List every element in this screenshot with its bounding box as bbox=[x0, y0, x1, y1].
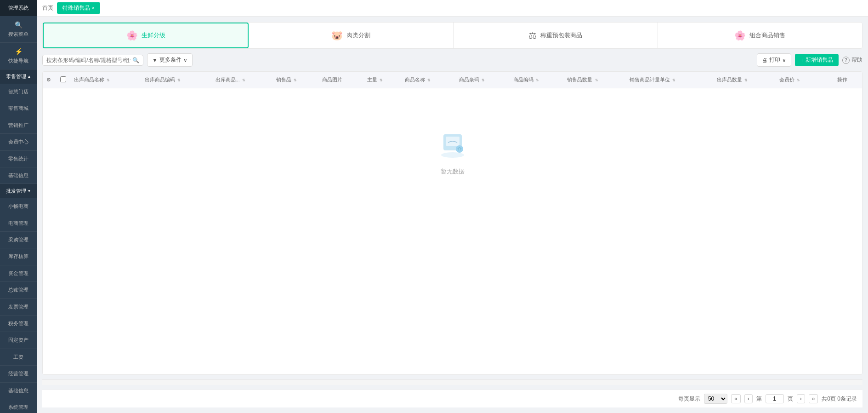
sidebar-item-ecommerce[interactable]: 电商管理 bbox=[0, 215, 37, 232]
data-table-container: ⚙ 出库商品名称 ⇅ 出库商品编码 ⇅ bbox=[42, 71, 862, 375]
sidebar-item-members[interactable]: 会员中心 bbox=[0, 134, 37, 150]
th-goods-barcode[interactable]: 商品条码 ⇅ bbox=[455, 72, 510, 88]
th-member-price[interactable]: 会员价 ⇅ bbox=[776, 72, 822, 88]
table-header-row: ⚙ 出库商品名称 ⇅ 出库商品编码 ⇅ bbox=[43, 72, 862, 88]
th-more bbox=[822, 72, 834, 88]
th-out-goods-name[interactable]: 出库商品名称 ⇅ bbox=[70, 72, 141, 88]
scale-prepack-icon: ⚖ bbox=[528, 30, 537, 41]
sidebar-item-tax[interactable]: 税务管理 bbox=[0, 315, 37, 332]
th-goods-code[interactable]: 商品编码 ⇅ bbox=[510, 72, 564, 88]
th-main-weight[interactable]: 主量 ⇅ bbox=[363, 72, 401, 88]
sort-icon: ⇅ bbox=[380, 78, 383, 82]
filter-button[interactable]: ▼ 更多条件 ∨ bbox=[147, 53, 193, 67]
sidebar-item-purchase[interactable]: 采购管理 bbox=[0, 232, 37, 248]
search-input[interactable] bbox=[46, 57, 130, 63]
sidebar-item-retail-stats[interactable]: 零售统计 bbox=[0, 151, 37, 167]
filter-label: 更多条件 bbox=[159, 56, 182, 64]
empty-state: 暂无数据 bbox=[43, 88, 862, 212]
sidebar-item-invoice[interactable]: 发票管理 bbox=[0, 299, 37, 315]
filter-arrow-icon: ∨ bbox=[183, 57, 187, 63]
main-content: 首页 特殊销售品 × 🌸 生鲜分级 🐷 肉类分割 ⚖ 称重预包装商品 bbox=[37, 0, 868, 413]
page-number-input[interactable] bbox=[766, 394, 784, 403]
sort-icon: ⇅ bbox=[294, 78, 297, 82]
print-label: 打印 bbox=[769, 56, 780, 64]
tab-scale-prepack[interactable]: ⚖ 称重预包装商品 bbox=[454, 23, 658, 48]
th-sales-goods[interactable]: 销售品 ⇅ bbox=[272, 72, 318, 88]
th-sales-unit[interactable]: 销售商品计量单位 ⇅ bbox=[626, 72, 713, 88]
toolbar: 🔍 ▼ 更多条件 ∨ 🖨 打印 ∨ + 新增销售品 ? 帮助 bbox=[42, 53, 862, 67]
sidebar-item-micro-store[interactable]: 小畅电商 bbox=[0, 198, 37, 215]
empty-icon bbox=[434, 125, 471, 162]
sort-icon: ⇅ bbox=[744, 78, 748, 82]
prev-page-button[interactable]: ‹ bbox=[744, 394, 753, 403]
close-tab-button[interactable]: × bbox=[92, 6, 95, 11]
wholesale-arrow-icon: ▼ bbox=[28, 189, 31, 193]
sidebar-item-inventory[interactable]: 库存核算 bbox=[0, 248, 37, 265]
page-size-label: 每页显示 bbox=[678, 395, 700, 403]
add-sales-button[interactable]: + 新增销售品 bbox=[795, 54, 839, 66]
retail-arrow-icon: ▲ bbox=[28, 75, 31, 79]
sort-icon: ⇅ bbox=[482, 78, 485, 82]
print-arrow-icon: ∨ bbox=[782, 57, 786, 63]
svg-point-4 bbox=[458, 149, 459, 150]
help-button[interactable]: ? 帮助 bbox=[842, 56, 862, 64]
page-unit: 页 bbox=[788, 395, 793, 403]
th-goods-image: 商品图片 bbox=[318, 72, 363, 88]
sidebar-item-payroll[interactable]: 工资 bbox=[0, 349, 37, 366]
last-page-button[interactable]: » bbox=[809, 394, 818, 403]
tab-combo-sales[interactable]: 🌸 组合商品销售 bbox=[658, 23, 862, 48]
sidebar-section-retail[interactable]: 零售管理 ▲ bbox=[0, 69, 37, 84]
sidebar-item-sales-promo[interactable]: 营销推广 bbox=[0, 117, 37, 134]
search-icon: 🔍 bbox=[2, 21, 35, 30]
svg-point-5 bbox=[460, 149, 461, 150]
add-label: 新增销售品 bbox=[806, 56, 833, 64]
tab-meat-cut-label: 肉类分割 bbox=[346, 31, 370, 40]
sidebar-item-quick-nav[interactable]: ⚡ 快捷导航 bbox=[0, 43, 37, 69]
active-tab[interactable]: 特殊销售品 × bbox=[57, 2, 100, 14]
quick-nav-icon: ⚡ bbox=[2, 47, 35, 57]
page-size-select[interactable]: 50 10 20 100 bbox=[704, 394, 727, 404]
th-operation: 操作 bbox=[834, 72, 862, 88]
data-table: ⚙ 出库商品名称 ⇅ 出库商品编码 ⇅ bbox=[43, 72, 862, 88]
sort-icon: ⇅ bbox=[595, 78, 598, 82]
sidebar-item-smart-store[interactable]: 智慧门店 bbox=[0, 84, 37, 100]
next-page-button[interactable]: › bbox=[797, 394, 805, 403]
th-settings[interactable]: ⚙ bbox=[43, 72, 57, 88]
th-out-goods-code[interactable]: 出库商品编码 ⇅ bbox=[141, 72, 212, 88]
search-icon[interactable]: 🔍 bbox=[132, 57, 139, 63]
active-tab-label: 特殊销售品 bbox=[62, 4, 90, 12]
meat-cut-icon: 🐷 bbox=[331, 30, 343, 41]
th-out-qty[interactable]: 出库品数量 ⇅ bbox=[713, 72, 776, 88]
horizontal-scrollbar[interactable] bbox=[42, 379, 862, 385]
sidebar-item-base-info2[interactable]: 基础信息 bbox=[0, 383, 37, 399]
sort-icon: ⇅ bbox=[107, 78, 110, 82]
tab-fresh-grade[interactable]: 🌸 生鲜分级 bbox=[43, 23, 249, 48]
th-out-goods-spec[interactable]: 出库商品... ⇅ bbox=[212, 72, 273, 88]
topbar: 首页 特殊销售品 × bbox=[37, 0, 868, 17]
toolbar-right: 🖨 打印 ∨ + 新增销售品 ? 帮助 bbox=[757, 53, 862, 67]
th-sales-qty[interactable]: 销售品数量 ⇅ bbox=[563, 72, 626, 88]
help-icon: ? bbox=[842, 57, 850, 64]
select-all-checkbox[interactable] bbox=[60, 76, 66, 82]
th-checkbox[interactable] bbox=[57, 72, 70, 88]
page-content: 🌸 生鲜分级 🐷 肉类分割 ⚖ 称重预包装商品 🌸 组合商品销售 🔍 bbox=[37, 17, 868, 413]
first-page-button[interactable]: « bbox=[731, 394, 741, 403]
sidebar-item-ops[interactable]: 经营管理 bbox=[0, 366, 37, 382]
home-link[interactable]: 首页 bbox=[42, 4, 53, 12]
app-logo: 管理系统 bbox=[0, 0, 37, 16]
search-box[interactable]: 🔍 bbox=[42, 55, 143, 66]
sidebar-item-base-info[interactable]: 基础信息 bbox=[0, 167, 37, 184]
sort-icon: ⇅ bbox=[427, 78, 431, 82]
sort-icon: ⇅ bbox=[797, 78, 800, 82]
sidebar-section-wholesale[interactable]: 批发管理 ▼ bbox=[0, 184, 37, 198]
sidebar-item-sys-mgmt[interactable]: 系统管理 bbox=[0, 399, 37, 413]
print-button[interactable]: 🖨 打印 ∨ bbox=[757, 53, 791, 67]
sidebar-item-finance[interactable]: 资金管理 bbox=[0, 265, 37, 282]
sidebar-item-fixed-assets[interactable]: 固定资产 bbox=[0, 332, 37, 349]
sidebar-item-retail-mall[interactable]: 零售商城 bbox=[0, 100, 37, 117]
sidebar-item-general-ledger[interactable]: 总账管理 bbox=[0, 282, 37, 298]
sort-icon: ⇅ bbox=[242, 78, 245, 82]
tab-meat-cut[interactable]: 🐷 肉类分割 bbox=[249, 23, 453, 48]
th-goods-name[interactable]: 商品名称 ⇅ bbox=[401, 72, 455, 88]
sidebar-item-search[interactable]: 🔍 搜索菜单 bbox=[0, 16, 37, 43]
